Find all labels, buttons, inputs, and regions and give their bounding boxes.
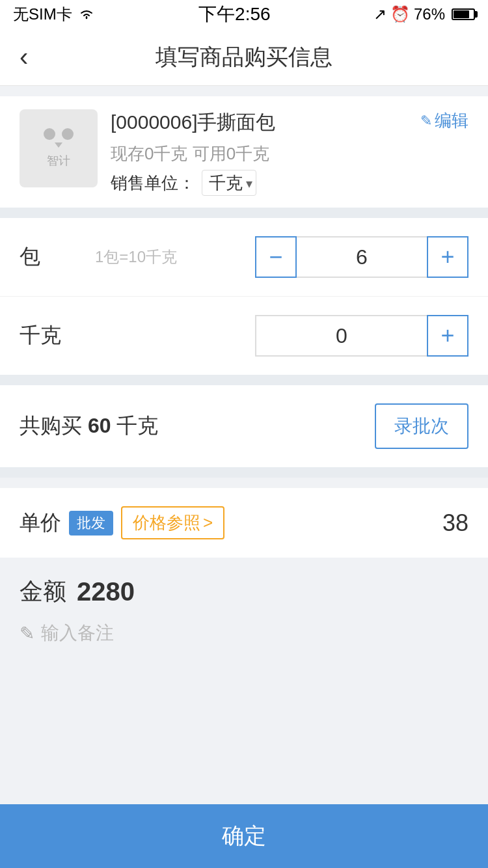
confirm-label: 确定 xyxy=(222,821,266,851)
note-placeholder: 输入备注 xyxy=(41,621,114,645)
bag-label: 包 xyxy=(20,243,85,271)
location-icon: ↗ xyxy=(373,5,386,23)
kg-plus-button[interactable]: + xyxy=(427,315,468,357)
bag-input[interactable] xyxy=(297,236,427,278)
status-left: 无SIM卡 xyxy=(13,4,96,25)
kg-label: 千克 xyxy=(20,321,85,350)
bag-plus-button[interactable]: + xyxy=(427,236,468,278)
separator-3 xyxy=(0,467,488,478)
product-unit-row: 销售单位： 千克 xyxy=(111,172,468,195)
bag-stepper: − + xyxy=(255,236,468,278)
status-bar: 无SIM卡 下午2:56 ↗ ⏰ 76% xyxy=(0,0,488,29)
input-section: 包 1包=10千克 − + 千克 + xyxy=(0,218,488,375)
unit-select[interactable]: 千克 xyxy=(202,170,256,196)
price-ref-label: 价格参照 xyxy=(133,511,200,534)
price-row: 单价 批发 价格参照 > 38 xyxy=(20,506,468,539)
price-section: 单价 批发 价格参照 > 38 xyxy=(0,488,488,558)
confirm-button[interactable]: 确定 xyxy=(0,804,488,868)
total-text: 共购买 60 千克 xyxy=(20,412,375,441)
edit-button[interactable]: ✎ 编辑 xyxy=(420,109,468,132)
total-amount: 60 xyxy=(88,414,111,437)
bag-hint: 1包=10千克 xyxy=(95,247,255,267)
bag-minus-button[interactable]: − xyxy=(255,236,297,278)
unit-label: 销售单位： xyxy=(111,172,195,195)
total-row: 共购买 60 千克 录批次 xyxy=(0,385,488,467)
chevron-right-icon: > xyxy=(203,513,213,533)
owl-logo: 智计 xyxy=(44,128,74,169)
carrier-text: 无SIM卡 xyxy=(13,4,72,25)
unit-select-wrapper[interactable]: 千克 xyxy=(202,172,256,195)
kg-input[interactable] xyxy=(255,315,427,357)
edit-label: 编辑 xyxy=(435,109,468,132)
pencil-note-icon: ✎ xyxy=(20,623,34,644)
product-stock: 现存0千克 可用0千克 xyxy=(111,142,468,165)
amount-section: 金额 2280 ✎ 输入备注 xyxy=(0,558,488,652)
price-label: 单价 xyxy=(20,509,61,537)
battery-percent: 76% xyxy=(414,5,445,23)
bag-row: 包 1包=10千克 − + xyxy=(0,218,488,297)
product-thumbnail: 智计 xyxy=(20,109,98,187)
status-time: 下午2:56 xyxy=(198,2,271,27)
back-button[interactable]: ‹ xyxy=(20,42,59,72)
pencil-icon: ✎ xyxy=(420,113,432,129)
amount-row: 金额 2280 xyxy=(20,576,468,608)
separator-2 xyxy=(0,375,488,385)
kg-row: 千克 + xyxy=(0,297,488,375)
kg-stepper: + xyxy=(255,315,468,357)
amount-label: 金额 xyxy=(20,576,66,608)
product-info: [0000006]手撕面包 ✎ 编辑 现存0千克 可用0千克 销售单位： 千克 xyxy=(111,109,468,195)
page-title: 填写商品购买信息 xyxy=(156,42,332,72)
price-ref-button[interactable]: 价格参照 > xyxy=(121,506,224,539)
amount-value: 2280 xyxy=(77,577,135,606)
wifi-icon xyxy=(77,8,96,21)
product-name: [0000006]手撕面包 xyxy=(111,109,275,136)
price-value: 38 xyxy=(442,509,468,537)
batch-button[interactable]: 录批次 xyxy=(375,403,468,449)
product-card: 智计 [0000006]手撕面包 ✎ 编辑 现存0千克 可用0千克 销售单位： … xyxy=(0,96,488,208)
alarm-icon: ⏰ xyxy=(390,5,410,23)
status-right: ↗ ⏰ 76% xyxy=(373,5,475,23)
battery-icon xyxy=(452,8,475,20)
price-type-tag: 批发 xyxy=(69,511,113,536)
nav-bar: ‹ 填写商品购买信息 xyxy=(0,29,488,86)
note-row[interactable]: ✎ 输入备注 xyxy=(20,621,468,645)
separator-1 xyxy=(0,208,488,218)
